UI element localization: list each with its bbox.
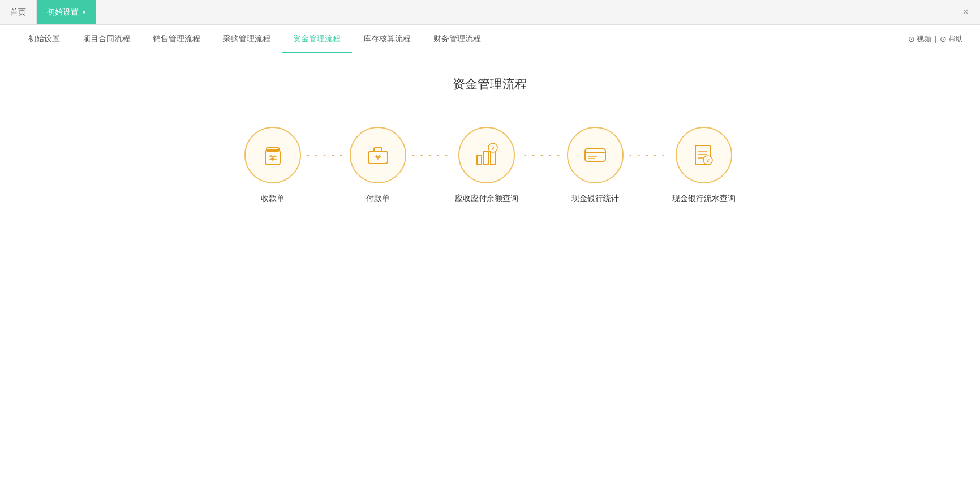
nav-bar: 初始设置 项目合同流程 销售管理流程 采购管理流程 资金管理流程 库存核算流程 … bbox=[0, 25, 980, 53]
svg-rect-9 bbox=[484, 151, 488, 165]
nav-right-help: ⊙ 视频 | ⊙ 帮助 bbox=[908, 34, 963, 44]
flow-item-liushui[interactable]: ¥ 现金银行流水查询 bbox=[672, 127, 736, 204]
flow-circle-shoukuan: ¥ bbox=[244, 127, 301, 183]
flow-row: ¥ 收款单 - - - - - ¥ 付款单 bbox=[244, 127, 736, 204]
svg-text:¥: ¥ bbox=[491, 145, 495, 151]
svg-text:¥: ¥ bbox=[270, 153, 275, 162]
window-close-button[interactable]: × bbox=[962, 6, 969, 18]
flow-item-yingshou[interactable]: ¥ 应收应付余额查询 bbox=[455, 127, 518, 204]
help-link[interactable]: ⊙ 帮助 bbox=[940, 34, 963, 44]
svg-text:¥: ¥ bbox=[375, 153, 380, 162]
nav-item-xiaoshou[interactable]: 销售管理流程 bbox=[141, 25, 212, 53]
flow-circle-xianjin bbox=[567, 127, 624, 183]
flow-label-xianjin: 现金银行统计 bbox=[571, 194, 619, 204]
receipt-yen-icon: ¥ bbox=[257, 140, 288, 170]
flow-label-fukuan: 付款单 bbox=[366, 194, 390, 204]
flow-label-shoukuan: 收款单 bbox=[261, 194, 285, 204]
flow-label-liushui: 现金银行流水查询 bbox=[672, 194, 736, 204]
tab-active[interactable]: 初始设置 × bbox=[37, 0, 96, 24]
chart-yen-icon: ¥ bbox=[471, 140, 502, 170]
active-tab-close[interactable]: × bbox=[82, 8, 86, 16]
briefcase-yen-icon: ¥ bbox=[363, 140, 393, 170]
flow-circle-yingshou: ¥ bbox=[458, 127, 515, 183]
flow-arrow-1: - - - - - bbox=[301, 151, 350, 160]
svg-text:¥: ¥ bbox=[706, 158, 710, 164]
main-content: 资金管理流程 ¥ 收款单 - - - - - bbox=[0, 53, 980, 226]
circle-play-icon: ⊙ bbox=[908, 35, 915, 44]
nav-item-chushi[interactable]: 初始设置 bbox=[17, 25, 71, 53]
svg-rect-8 bbox=[477, 156, 482, 165]
nav-item-kucun[interactable]: 库存核算流程 bbox=[352, 25, 422, 53]
tab-home[interactable]: 首页 bbox=[0, 0, 37, 24]
help-video-link[interactable]: ⊙ 视频 bbox=[908, 34, 931, 44]
page-title: 资金管理流程 bbox=[453, 76, 527, 93]
report-yen-icon: ¥ bbox=[689, 140, 719, 170]
flow-item-xianjin[interactable]: 现金银行统计 bbox=[567, 127, 624, 204]
flow-label-yingshou: 应收应付余额查询 bbox=[455, 194, 518, 204]
flow-item-fukuan[interactable]: ¥ 付款单 bbox=[350, 127, 406, 204]
flow-arrow-4: - - - - - bbox=[624, 151, 672, 160]
top-right: × bbox=[962, 6, 980, 18]
nav-item-xiangmu[interactable]: 项目合同流程 bbox=[71, 25, 141, 53]
flow-arrow-3: - - - - - bbox=[518, 151, 567, 160]
flow-circle-liushui: ¥ bbox=[676, 127, 732, 183]
svg-rect-13 bbox=[585, 149, 605, 161]
nav-item-caigou[interactable]: 采购管理流程 bbox=[212, 25, 282, 53]
home-label: 首页 bbox=[10, 7, 26, 18]
bank-stats-icon bbox=[580, 140, 611, 170]
nav-item-caiwu[interactable]: 财务管理流程 bbox=[422, 25, 492, 53]
nav-item-zijin[interactable]: 资金管理流程 bbox=[282, 25, 352, 53]
flow-arrow-2: - - - - - bbox=[406, 151, 455, 160]
top-bar: 首页 初始设置 × × bbox=[0, 0, 980, 25]
question-circle-icon: ⊙ bbox=[940, 35, 947, 44]
flow-circle-fukuan: ¥ bbox=[350, 127, 406, 183]
flow-item-shoukuan[interactable]: ¥ 收款单 bbox=[244, 127, 301, 204]
active-tab-label: 初始设置 bbox=[47, 7, 79, 18]
